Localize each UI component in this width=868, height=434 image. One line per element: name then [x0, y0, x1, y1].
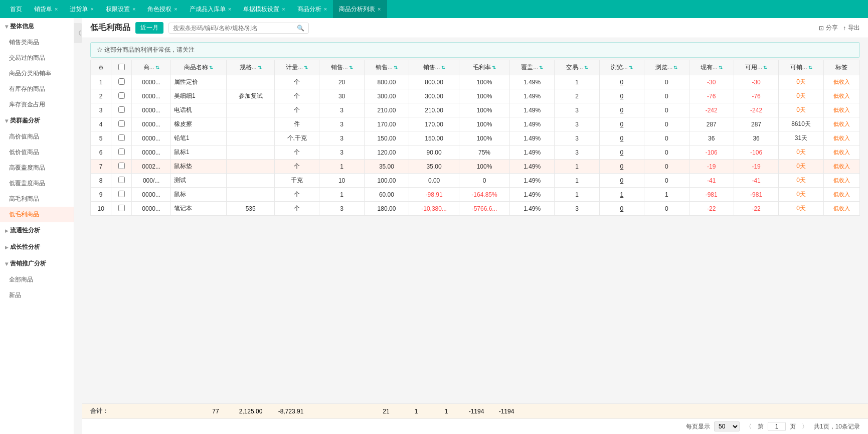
col-unit[interactable]: 计量...⇅ [274, 60, 319, 75]
sidebar-item-low-margin[interactable]: 低毛利商品 [0, 207, 74, 222]
col-settings[interactable]: ⚙ [91, 60, 111, 75]
col-code[interactable]: 商...⇅ [132, 60, 171, 75]
export-button[interactable]: ↑ 导出 [843, 24, 860, 32]
row-view1[interactable]: 0 [599, 131, 644, 146]
row-unit: 个,千克 [274, 131, 319, 146]
sidebar-item-high-coverage[interactable]: 高覆盖度商品 [0, 160, 74, 176]
sidebar-item-traded-goods[interactable]: 交易过的商品 [0, 50, 74, 66]
sidebar-item-low-coverage[interactable]: 低覆盖度商品 [0, 176, 74, 191]
sidebar-item-inventory-goods[interactable]: 有库存的商品 [0, 81, 74, 97]
close-icon[interactable]: × [174, 6, 177, 12]
col-tag[interactable]: 标签 [823, 60, 859, 75]
nav-product-analysis[interactable]: 商品分析 × [291, 0, 333, 18]
row-sale-qty: 1 [319, 160, 364, 174]
sidebar-group-cluster[interactable]: ▾ 类群鉴分析 [0, 112, 74, 129]
row-select-checkbox[interactable] [118, 78, 125, 85]
sidebar-item-high-value[interactable]: 高价值商品 [0, 129, 74, 144]
row-no: 8 [91, 174, 111, 188]
sidebar-group-marketing[interactable]: ▾ 营销推广分析 [0, 255, 74, 272]
nav-sales-order[interactable]: 销货单 × [28, 0, 64, 18]
page-input[interactable] [768, 422, 786, 431]
row-select-checkbox[interactable] [118, 205, 125, 211]
row-checkbox[interactable] [111, 117, 132, 131]
row-view1[interactable]: 0 [599, 202, 644, 216]
close-icon[interactable]: × [55, 6, 58, 12]
search-input[interactable] [173, 25, 297, 32]
row-view1[interactable]: 1 [599, 188, 644, 202]
table-row: 2 0000... 吴细细1 参加复试 个 30 300.00 300.00 1… [91, 89, 860, 103]
col-view1[interactable]: 浏览...⇅ [599, 60, 644, 75]
nav-product-analysis-list[interactable]: 商品分析列表 × [333, 0, 387, 18]
row-checkbox[interactable] [111, 75, 132, 89]
row-select-checkbox[interactable] [118, 177, 125, 183]
row-view1[interactable]: 0 [599, 103, 644, 117]
row-view1[interactable]: 0 [599, 146, 644, 160]
row-no: 5 [91, 131, 111, 146]
row-select-checkbox[interactable] [118, 120, 125, 127]
sidebar-group-overall[interactable]: ▾ 整体信息 [0, 18, 74, 35]
col-available[interactable]: 可用...⇅ [734, 60, 778, 75]
col-trade[interactable]: 交易...⇅ [555, 60, 599, 75]
close-icon[interactable]: × [228, 6, 231, 12]
nav-template-settings[interactable]: 单据模板设置 × [237, 0, 291, 18]
row-select-checkbox[interactable] [118, 106, 125, 113]
nav-role-auth[interactable]: 角色授权 × [141, 0, 183, 18]
col-sale-qty[interactable]: 销售...⇅ [319, 60, 364, 75]
row-checkbox[interactable] [111, 103, 132, 117]
sidebar-item-inventory-capital[interactable]: 库存资金占用 [0, 97, 74, 112]
sidebar-item-sales-goods[interactable]: 销售类商品 [0, 35, 74, 50]
row-view1[interactable]: 0 [599, 160, 644, 174]
nav-permissions[interactable]: 权限设置 × [100, 0, 141, 18]
filter-recent-month-button[interactable]: 近一月 [135, 22, 163, 34]
row-checkbox[interactable] [111, 146, 132, 160]
next-page-button[interactable]: 〉 [800, 422, 810, 431]
row-checkbox[interactable] [111, 188, 132, 202]
col-saleable[interactable]: 可销...⇅ [779, 60, 823, 75]
col-spec[interactable]: 规格...⇅ [227, 60, 275, 75]
row-checkbox[interactable] [111, 202, 132, 216]
close-icon[interactable]: × [282, 6, 285, 12]
nav-home[interactable]: 首页 [4, 0, 28, 18]
row-select-checkbox[interactable] [118, 163, 125, 169]
share-button[interactable]: ⊡ 分享 [819, 24, 838, 32]
close-icon[interactable]: × [324, 6, 327, 12]
sidebar-group-growth[interactable]: ▸ 成长性分析 [0, 239, 74, 255]
col-gross-rate[interactable]: 毛利率⇅ [459, 60, 510, 75]
col-view2[interactable]: 浏览...⇅ [644, 60, 689, 75]
sidebar-collapse-button[interactable]: 《 [74, 23, 82, 43]
row-checkbox[interactable] [111, 89, 132, 103]
row-current: -22 [689, 202, 734, 216]
search-icon[interactable]: 🔍 [297, 25, 304, 32]
row-checkbox[interactable] [111, 174, 132, 188]
close-icon[interactable]: × [90, 6, 93, 12]
sidebar-item-all-goods[interactable]: 全部商品 [0, 272, 74, 287]
close-icon[interactable]: × [132, 6, 135, 12]
sidebar-item-high-margin[interactable]: 高毛利商品 [0, 191, 74, 207]
row-view1[interactable]: 0 [599, 89, 644, 103]
row-checkbox[interactable] [111, 160, 132, 174]
col-current[interactable]: 现有...⇅ [689, 60, 734, 75]
sidebar-group-circulation[interactable]: ▸ 流通性分析 [0, 222, 74, 239]
sidebar-item-category-rate[interactable]: 商品分类助销率 [0, 66, 74, 81]
col-sale-amount[interactable]: 销售...⇅ [409, 60, 459, 75]
col-coverage[interactable]: 覆盖...⇅ [509, 60, 554, 75]
per-page-select[interactable]: 50 20 100 [714, 421, 740, 431]
row-select-checkbox[interactable] [118, 92, 125, 99]
sidebar-item-new-goods[interactable]: 新品 [0, 287, 74, 303]
prev-page-button[interactable]: 〈 [744, 422, 754, 431]
row-select-checkbox[interactable] [118, 134, 125, 141]
sidebar-item-low-value[interactable]: 低价值商品 [0, 144, 74, 160]
row-view1[interactable]: 0 [599, 174, 644, 188]
nav-product-in[interactable]: 产成品入库单 × [184, 0, 237, 18]
row-select-checkbox[interactable] [118, 191, 125, 197]
row-view1[interactable]: 0 [599, 75, 644, 89]
nav-purchase-order[interactable]: 进货单 × [64, 0, 99, 18]
row-checkbox[interactable] [111, 131, 132, 146]
select-all-checkbox[interactable] [118, 64, 125, 70]
close-icon[interactable]: × [378, 6, 381, 12]
row-select-checkbox[interactable] [118, 149, 125, 155]
col-checkbox[interactable] [111, 60, 132, 75]
col-sale-price[interactable]: 销售...⇅ [364, 60, 409, 75]
col-name[interactable]: 商品名称⇅ [171, 60, 227, 75]
row-view1[interactable]: 0 [599, 117, 644, 131]
